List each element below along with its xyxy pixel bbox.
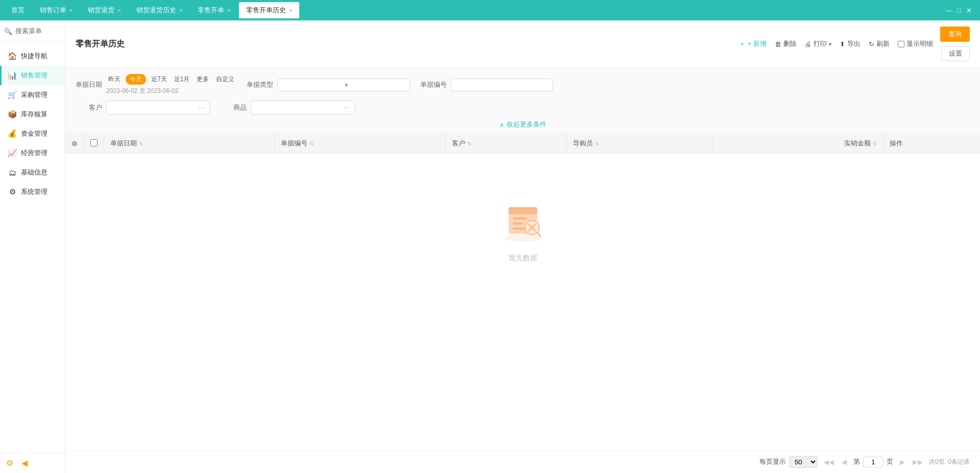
customer-dots-icon[interactable]: ··· (199, 103, 205, 112)
last-page-btn[interactable]: ▶▶ (912, 456, 924, 468)
page-header: 零售开单历史 ＋ + 新增 🗑 删除 🖨 打印 ▾ ⬆ 导出 (65, 20, 980, 68)
th-guide-label: 导购员 (573, 139, 593, 148)
next-page-btn[interactable]: ▶ (896, 456, 909, 468)
sidebar-icon-inventory: 📦 (8, 110, 17, 119)
tab-sales-return-history-label: 销货退货历史 (136, 6, 176, 15)
th-checkbox[interactable] (84, 134, 104, 154)
refresh-icon: ↻ (869, 40, 874, 48)
tab-retail-open-history[interactable]: 零售开单历史× (239, 2, 299, 18)
tab-sales-return-history-close[interactable]: × (179, 8, 182, 13)
th-action: 操作 (883, 134, 980, 154)
collapse-button[interactable]: ∧ 收起更多条件 (76, 120, 970, 129)
date-btn-last7[interactable]: 近7天 (149, 74, 169, 85)
sidebar-setting-icon[interactable]: ⚙ (6, 458, 13, 468)
sidebar-item-purchase-mgmt[interactable]: 🛒采购管理 (0, 85, 65, 105)
setting-button[interactable]: 设置 (941, 46, 970, 61)
close-btn[interactable]: ✕ (966, 7, 972, 14)
pagination-bar: 每页显示 50 10 20 100 ◀◀ ◀ 第 页 ▶ ▶▶ 共0页, 0条记… (65, 450, 980, 473)
th-customer[interactable]: 客户 ⇅ (445, 134, 566, 154)
delete-label: 删除 (783, 39, 797, 48)
customer-input[interactable] (111, 104, 197, 112)
add-icon: ＋ (739, 39, 746, 48)
sidebar-item-sales-mgmt[interactable]: 📊销售管理 (0, 66, 65, 85)
sidebar-icon-sales-mgmt: 📊 (8, 71, 17, 80)
print-arrow-icon: ▾ (829, 41, 831, 47)
tab-retail-open[interactable]: 零售开单× (190, 2, 237, 18)
print-icon: 🖨 (805, 40, 811, 48)
th-amount[interactable]: 实销金额 ⇅ (712, 134, 883, 154)
first-page-btn[interactable]: ◀◀ (823, 456, 835, 468)
tab-sales-return-history[interactable]: 销货退货历史× (129, 2, 189, 18)
date-btn-more[interactable]: 更多 (195, 74, 211, 85)
empty-text: 暂无数据 (509, 254, 537, 263)
doc-number-input[interactable] (451, 79, 553, 91)
sidebar-search-label: 搜索菜单 (15, 27, 42, 36)
goods-dots-icon[interactable]: ··· (343, 103, 350, 112)
page-label: 第 (853, 457, 860, 466)
query-button[interactable]: 查询 (940, 27, 970, 42)
doc-number-label: 单据编号 (420, 80, 447, 89)
print-button[interactable]: 🖨 打印 ▾ (804, 37, 832, 51)
sidebar-collapse-icon[interactable]: ◀ (21, 458, 28, 468)
date-btn-custom[interactable]: 自定义 (214, 74, 236, 85)
doc-type-select[interactable]: ▾ (277, 79, 410, 91)
customer-input-wrap[interactable]: ··· (106, 101, 210, 115)
settings-icon[interactable]: ⚙ (71, 140, 78, 147)
maximize-btn[interactable]: □ (957, 7, 961, 14)
search-icon: 🔍 (4, 28, 12, 35)
show-detail-button[interactable]: 显示明细 (897, 37, 934, 51)
customer-label: 客户 (76, 103, 102, 112)
doc-type-arrow-icon: ▾ (345, 81, 405, 89)
sidebar: 🔍 搜索菜单 🏠快捷导航📊销售管理🛒采购管理📦库存核算💰资金管理📈经营管理🗂基础… (0, 20, 65, 473)
date-btn-today[interactable]: 今天 (126, 74, 146, 85)
sidebar-search-btn[interactable]: 🔍 搜索菜单 (4, 27, 61, 36)
minimize-btn[interactable]: — (945, 7, 952, 14)
sidebar-item-base-info[interactable]: 🗂基础信息 (0, 163, 65, 182)
svg-rect-4 (513, 222, 523, 225)
th-number[interactable]: 单据编号 ⇅ (275, 134, 445, 154)
sidebar-bottom: ⚙ ◀ (0, 453, 65, 473)
tab-retail-open-close[interactable]: × (227, 8, 230, 13)
sidebar-item-sys-mgmt[interactable]: ⚙系统管理 (0, 182, 65, 202)
th-settings[interactable]: ⚙ (65, 134, 84, 154)
tab-home[interactable]: 首页 (4, 2, 32, 18)
sidebar-item-operations[interactable]: 📈经营管理 (0, 143, 65, 163)
sidebar-item-inventory[interactable]: 📦库存核算 (0, 105, 65, 124)
goods-filter: 商品 ··· (220, 101, 354, 115)
goods-input[interactable] (255, 104, 341, 112)
select-all-checkbox[interactable] (90, 139, 98, 146)
svg-rect-3 (513, 217, 527, 219)
page-number-input[interactable] (863, 457, 883, 467)
tab-sales-return-close[interactable]: × (117, 8, 121, 13)
sidebar-item-quick-nav[interactable]: 🏠快捷导航 (0, 46, 65, 66)
sidebar-label-sales-mgmt: 销售管理 (21, 71, 47, 80)
add-button[interactable]: ＋ + 新增 (738, 37, 768, 51)
per-page-dropdown[interactable]: 50 10 20 100 (789, 456, 818, 468)
th-guide[interactable]: 导购员 ⇅ (566, 134, 712, 154)
export-icon: ⬆ (840, 40, 845, 48)
tab-sales-order-close[interactable]: × (69, 8, 73, 13)
filter-row-1: 单据日期 昨天 今天 近7天 近1月 更多 自定义 2023-06-02 至 2… (76, 74, 970, 95)
th-amount-sort-icon: ⇅ (873, 141, 877, 146)
tab-sales-return[interactable]: 销货退货× (81, 2, 128, 18)
th-date[interactable]: 单据日期 ⇅ (104, 134, 275, 154)
prev-page-btn[interactable]: ◀ (838, 456, 850, 468)
sidebar-label-inventory: 库存核算 (21, 110, 47, 119)
per-page-label: 每页显示 (759, 457, 786, 466)
page-title: 零售开单历史 (76, 39, 125, 49)
export-button[interactable]: ⬆ 导出 (839, 37, 862, 51)
sidebar-label-sys-mgmt: 系统管理 (21, 187, 47, 196)
sidebar-item-finance[interactable]: 💰资金管理 (0, 124, 65, 143)
goods-input-wrap[interactable]: ··· (251, 101, 354, 115)
delete-button[interactable]: 🗑 删除 (774, 37, 798, 51)
tab-retail-open-history-close[interactable]: × (289, 8, 292, 13)
tab-sales-order[interactable]: 销售订单× (33, 2, 80, 18)
sidebar-search-area[interactable]: 🔍 搜索菜单 (0, 20, 65, 42)
date-btn-yesterday[interactable]: 昨天 (106, 74, 123, 85)
refresh-button[interactable]: ↻ 刷新 (868, 37, 891, 51)
collapse-arrow-icon: ∧ (499, 121, 505, 129)
date-btn-last1month[interactable]: 近1月 (172, 74, 192, 85)
sidebar-label-operations: 经营管理 (21, 148, 47, 158)
th-customer-label: 客户 (452, 139, 465, 148)
show-detail-checkbox[interactable] (898, 41, 904, 47)
